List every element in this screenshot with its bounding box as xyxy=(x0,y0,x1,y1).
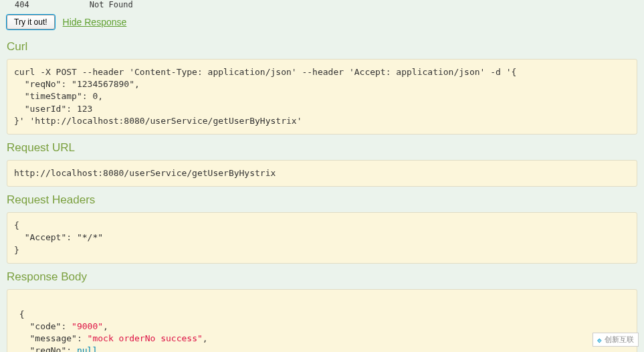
curl-content: curl -X POST --header 'Content-Type: app… xyxy=(7,59,637,135)
request-url-heading: Request URL xyxy=(7,141,637,155)
request-headers-content: { "Accept": "*/*" } xyxy=(7,212,637,264)
action-row: Try it out! Hide Response xyxy=(7,15,637,29)
request-headers-heading: Request Headers xyxy=(7,193,637,207)
hide-response-link[interactable]: Hide Response xyxy=(63,17,127,27)
curl-heading: Curl xyxy=(7,40,637,54)
response-body-content: { "code": "9000", "message": "mock order… xyxy=(7,289,637,352)
logo-text: 创新互联 xyxy=(605,335,634,345)
try-it-out-button[interactable]: Try it out! xyxy=(7,15,55,29)
status-text: Not Found xyxy=(90,0,133,9)
response-body-heading: Response Body xyxy=(7,270,637,284)
logo-icon: ⟐ xyxy=(597,336,602,344)
status-code: 404 xyxy=(15,0,29,9)
request-url-content: http://localhost:8080/userService/getUse… xyxy=(7,160,637,187)
logo-badge: ⟐ 创新互联 xyxy=(593,333,639,347)
status-row: 404 Not Found xyxy=(7,0,637,15)
